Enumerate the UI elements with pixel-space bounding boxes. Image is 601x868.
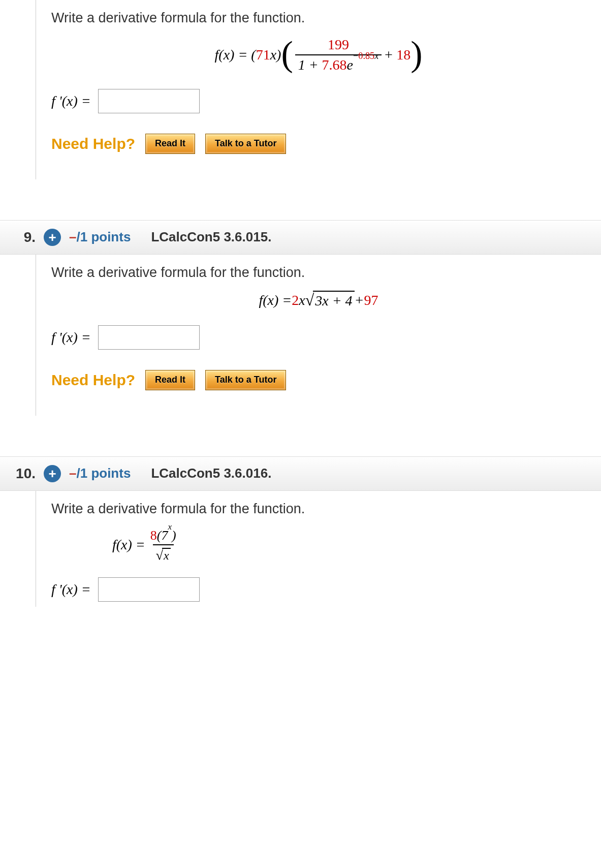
talk-to-tutor-button[interactable]: Talk to a Tutor [205, 370, 286, 390]
formula-lhs: f(x) = [112, 537, 145, 553]
formula-row: f(x) = 2 x √ 3x + 4 + 97 [51, 291, 586, 310]
sqrt: √ x [156, 548, 171, 562]
answer-label: f '(x) = [51, 93, 91, 109]
num-a: 8 [150, 528, 157, 543]
right-paren-icon: ) [410, 38, 422, 70]
radicand: 3x + 4 [313, 291, 354, 310]
question-ref: LCalcCon5 3.6.015. [151, 229, 271, 245]
question-10-body: Write a derivative formula for the funct… [36, 491, 601, 607]
answer-row: f '(x) = [51, 89, 586, 113]
const: 97 [364, 292, 378, 308]
question-8-body: Write a derivative formula for the funct… [36, 0, 601, 179]
fraction: 8(7x) √ x [147, 527, 179, 562]
expand-icon[interactable]: + [44, 229, 61, 246]
plus: + [355, 292, 364, 308]
plus: + [384, 47, 393, 63]
const: 18 [396, 47, 410, 63]
points-label[interactable]: –/1 points [69, 229, 131, 245]
num-close: ) [172, 528, 176, 543]
answer-input[interactable] [98, 325, 200, 350]
question-ref: LCalcCon5 3.6.016. [151, 466, 271, 481]
formula-row: f(x) = 8(7x) √ x [51, 527, 586, 562]
den-pre: 1 + [298, 57, 322, 73]
question-10-header: 10. + –/1 points LCalcCon5 3.6.016. [0, 456, 601, 491]
den-a: 7.68 [322, 57, 347, 73]
answer-row: f '(x) = [51, 577, 586, 602]
radical-icon: √ [305, 292, 314, 308]
answer-input[interactable] [98, 89, 200, 113]
frac-num: 199 [328, 37, 349, 52]
sqrt: √ 3x + 4 [305, 291, 355, 310]
formula: f(x) = ( 71 x) ( 199 1 + 7.68e−0.85x + 1… [215, 36, 423, 74]
question-prompt: Write a derivative formula for the funct… [51, 10, 586, 26]
read-it-button[interactable]: Read It [145, 370, 195, 390]
radical-icon: √ [156, 549, 163, 562]
expand-icon[interactable]: + [44, 465, 61, 482]
num-paren: (7 [157, 528, 168, 543]
after-coef: x [299, 292, 305, 308]
left-paren-icon: ( [281, 38, 293, 70]
formula-lhs: f(x) = [259, 292, 292, 308]
coef: 71 [256, 47, 270, 63]
help-row: Need Help? Read It Talk to a Tutor [51, 134, 586, 154]
fraction: 199 1 + 7.68e−0.85x [295, 36, 382, 74]
question-9-body: Write a derivative formula for the funct… [36, 255, 601, 416]
points-label[interactable]: –/1 points [69, 466, 131, 481]
question-prompt: Write a derivative formula for the funct… [51, 501, 586, 517]
need-help-label: Need Help? [51, 135, 135, 152]
num-exp: x [168, 522, 172, 532]
radicand: x [162, 548, 171, 562]
talk-to-tutor-button[interactable]: Talk to a Tutor [205, 134, 286, 154]
question-9-header: 9. + –/1 points LCalcCon5 3.6.015. [0, 220, 601, 255]
formula: f(x) = 2 x √ 3x + 4 + 97 [259, 291, 378, 310]
question-number: 9. [9, 229, 36, 245]
formula-row: f(x) = ( 71 x) ( 199 1 + 7.68e−0.85x + 1… [51, 36, 586, 74]
after-coef: x) [270, 47, 281, 63]
help-row: Need Help? Read It Talk to a Tutor [51, 370, 586, 390]
answer-row: f '(x) = [51, 325, 586, 350]
formula-lhs: f(x) = ( [215, 47, 256, 63]
answer-label: f '(x) = [51, 329, 91, 346]
answer-input[interactable] [98, 577, 200, 602]
coef: 2 [292, 292, 299, 308]
formula: f(x) = 8(7x) √ x [112, 527, 181, 562]
question-prompt: Write a derivative formula for the funct… [51, 265, 586, 281]
need-help-label: Need Help? [51, 371, 135, 389]
read-it-button[interactable]: Read It [145, 134, 195, 154]
question-number: 10. [9, 466, 36, 482]
answer-label: f '(x) = [51, 581, 91, 598]
den-mid: e [347, 57, 353, 73]
